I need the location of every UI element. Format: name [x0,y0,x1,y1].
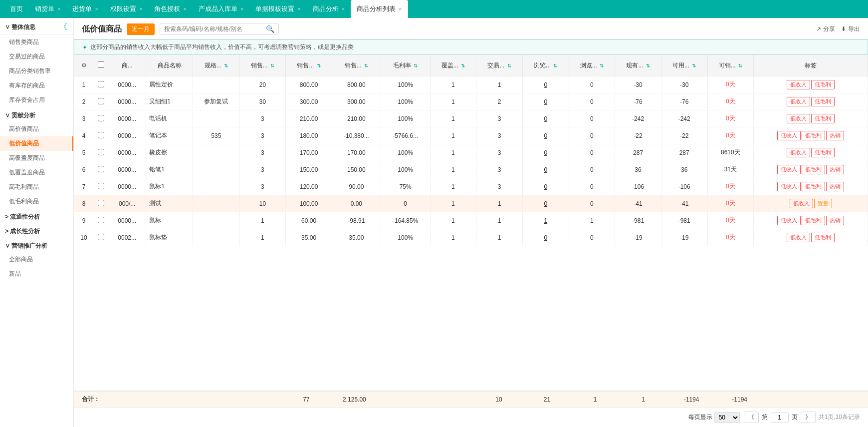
row-checkbox[interactable] [98,200,104,206]
td-browse1[interactable]: 0 [522,93,569,110]
td-s3: 0.00 [332,195,381,212]
close-icon[interactable]: × [240,6,243,12]
sidebar-item-inventory-capital[interactable]: 库存资金占用 [0,93,73,107]
close-icon[interactable]: × [342,6,345,12]
nav-roles[interactable]: 角色授权 × [148,0,192,18]
td-browse1[interactable]: 0 [522,127,569,144]
browse-link[interactable]: 0 [544,132,547,139]
select-all-checkbox[interactable] [98,61,104,68]
td-checkbox[interactable] [94,212,108,229]
nav-products-in[interactable]: 产成品入库单 × [193,0,249,18]
close-icon[interactable]: × [57,6,60,12]
td-checkbox[interactable] [94,93,108,110]
td-checkbox[interactable] [94,127,108,144]
browse-link[interactable]: 0 [544,234,547,241]
td-checkbox[interactable] [94,178,108,195]
close-icon[interactable]: × [183,6,186,12]
nav-permissions[interactable]: 权限设置 × [104,0,148,18]
prev-page-btn[interactable]: 《 [744,412,759,423]
footer-s2: 2,125.00 [330,396,379,403]
row-checkbox[interactable] [98,132,104,138]
browse-link[interactable]: 0 [544,149,547,156]
browse-link[interactable]: 0 [544,183,547,190]
filter-period-btn[interactable]: 近一月 [127,23,155,35]
page-number-input[interactable] [771,413,789,423]
sidebar-item-category-sales[interactable]: 商品分类销售率 [0,64,73,78]
footer-s1: 77 [282,396,331,403]
nav-product-analysis[interactable]: 商品分析 × [307,0,351,18]
td-checkbox[interactable] [94,161,108,178]
nav-home[interactable]: 首页 [4,0,29,18]
next-page-btn[interactable]: 》 [801,412,816,423]
sidebar-item-low-coverage[interactable]: 低覆盖度商品 [0,165,73,180]
td-browse1[interactable]: 0 [522,144,569,161]
sidebar-group-liquidity[interactable]: > 流通性分析 [0,209,73,223]
row-checkbox[interactable] [98,115,104,121]
close-icon[interactable]: × [95,6,98,12]
close-icon[interactable]: × [399,6,402,12]
sidebar-group-growth[interactable]: > 成长性分析 [0,223,73,238]
td-checkbox[interactable] [94,76,108,93]
export-btn[interactable]: ⬇ 导出 [841,25,860,33]
search-icon[interactable]: 🔍 [266,25,274,33]
close-icon[interactable]: × [139,6,142,12]
row-checkbox[interactable] [98,166,104,172]
browse-link[interactable]: 0 [544,98,547,105]
sidebar-item-high-coverage[interactable]: 高覆盖度商品 [0,151,73,165]
search-input[interactable] [164,25,264,32]
td-browse1[interactable]: 1 [522,212,569,229]
sidebar-item-low-margin[interactable]: 低毛利商品 [0,194,73,209]
settings-icon[interactable]: ⚙ [77,58,91,72]
row-checkbox[interactable] [98,183,104,189]
sidebar-item-all-goods[interactable]: 全部商品 [0,252,73,267]
row-checkbox[interactable] [98,98,104,104]
td-checkbox[interactable] [94,195,108,212]
browse-link[interactable]: 0 [544,115,547,122]
sidebar-item-new-goods[interactable]: 新品 [0,267,73,281]
nav-purchase[interactable]: 进货单 × [66,0,104,18]
row-checkbox[interactable] [98,149,104,155]
th-checkbox[interactable] [94,55,108,76]
tag-label: 低毛利 [802,216,825,225]
td-browse2: 0 [569,93,615,110]
close-icon[interactable]: × [297,6,300,12]
row-checkbox[interactable] [98,217,104,223]
td-checkbox[interactable] [94,110,108,127]
share-btn[interactable]: ↗ 分享 [816,25,835,33]
sidebar-item-inventory-goods[interactable]: 有库存的商品 [0,78,73,93]
sidebar-item-traded-goods[interactable]: 交易过的商品 [0,49,73,64]
sidebar-group-marketing[interactable]: ∨ 营销推广分析 [0,238,73,252]
td-browse1[interactable]: 0 [522,178,569,195]
sidebar-item-sales-goods[interactable]: 销售类商品 [0,35,73,49]
td-trade: 3 [476,144,523,161]
td-browse1[interactable]: 0 [522,76,569,93]
td-browse1[interactable]: 0 [522,110,569,127]
sidebar-group-overall[interactable]: ∨ 整体信息 [5,23,57,31]
row-checkbox[interactable] [98,81,104,87]
td-salable: 0天 [707,229,754,246]
sidebar-item-low-value[interactable]: 低价值商品 [0,136,73,151]
search-box[interactable]: 🔍 [160,23,279,35]
td-browse1[interactable]: 0 [522,229,569,246]
nav-sales[interactable]: 销货单 × [29,0,66,18]
td-spec [193,144,239,161]
browse-link[interactable]: 0 [544,200,547,207]
nav-product-list[interactable]: 商品分析列表 × [351,0,408,18]
td-s1: 10 [239,195,286,212]
td-browse1[interactable]: 0 [522,195,569,212]
browse-link[interactable]: 0 [544,81,547,88]
sidebar-item-high-value[interactable]: 高价值商品 [0,122,73,136]
th-settings[interactable]: ⚙ [74,55,94,76]
browse-link[interactable]: 0 [544,166,547,173]
td-checkbox[interactable] [94,229,108,246]
browse-link[interactable]: 1 [544,217,547,224]
per-page-select[interactable]: 50 100 200 [714,412,740,423]
sidebar-item-high-margin[interactable]: 高毛利商品 [0,180,73,194]
td-checkbox[interactable] [94,144,108,161]
sidebar-group-contribution[interactable]: ∨ 贡献分析 [0,107,73,122]
td-s2: 170.00 [286,144,332,161]
row-checkbox[interactable] [98,234,104,240]
sidebar-collapse-btn[interactable]: 《 [57,22,69,32]
nav-templates[interactable]: 单据模板设置 × [249,0,306,18]
td-browse1[interactable]: 0 [522,161,569,178]
